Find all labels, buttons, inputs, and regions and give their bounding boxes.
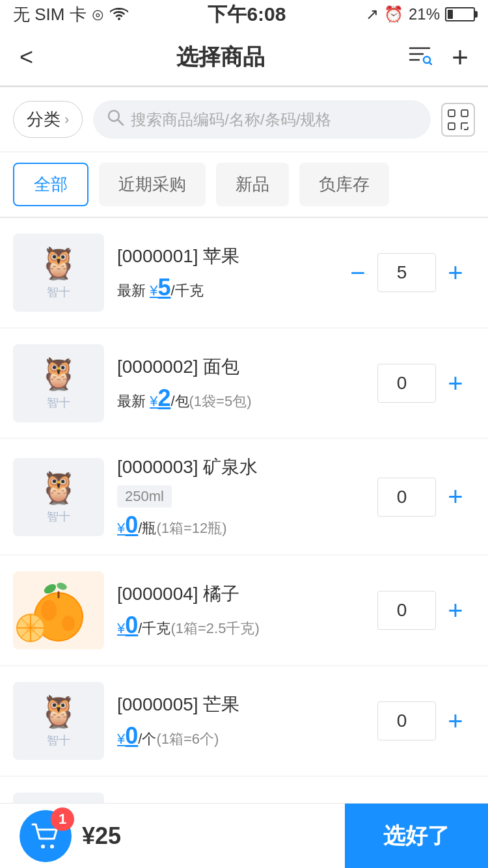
product-image-0000004 xyxy=(13,571,104,649)
svg-line-6 xyxy=(118,120,123,125)
increase-button-0000001[interactable]: + xyxy=(436,253,475,292)
search-placeholder: 搜索商品编码/名称/条码/规格 xyxy=(131,109,331,130)
svg-rect-8 xyxy=(461,110,468,116)
product-price: 最新 ¥2/包(1袋=5包) xyxy=(117,385,364,412)
svg-point-27 xyxy=(25,623,36,633)
product-image-0000002: 🦉 智十 xyxy=(13,344,104,422)
product-name: [0000003] 矿泉水 xyxy=(117,455,364,480)
product-price: 最新 ¥5/千克 xyxy=(117,274,325,301)
product-price: ¥0/个(1箱=6个) xyxy=(117,722,364,750)
increase-button-0000003[interactable]: + xyxy=(436,478,475,517)
owl-icon: 🦉 xyxy=(39,356,78,392)
list-item: 🦉 智十 [0000002] 面包 最新 ¥2/包(1袋=5包) + xyxy=(0,329,488,438)
confirm-button[interactable]: 选好了 xyxy=(345,804,488,869)
wifi-icon xyxy=(110,5,128,25)
alarm-icon: ⏰ xyxy=(384,5,403,23)
back-button[interactable]: < xyxy=(20,44,33,71)
header: < 选择商品 + xyxy=(0,29,488,86)
product-controls-0000001: − + xyxy=(338,253,475,292)
battery-percent: 21% xyxy=(409,5,440,23)
product-name: [0000002] 面包 xyxy=(117,355,364,379)
filter-icon[interactable] xyxy=(407,43,432,71)
filter-bar: 分类 › 搜索商品编码/名称/条码/规格 xyxy=(0,87,488,152)
tab-recent[interactable]: 近期采购 xyxy=(99,163,206,206)
svg-rect-7 xyxy=(448,110,455,116)
product-info-0000001: [0000001] 苹果 最新 ¥5/千克 xyxy=(117,244,325,301)
add-icon[interactable]: + xyxy=(452,43,468,72)
scan-button[interactable] xyxy=(441,103,475,137)
product-controls-0000005: + xyxy=(377,701,475,740)
quantity-input-0000003[interactable] xyxy=(377,478,436,517)
search-icon xyxy=(106,108,124,131)
product-image-0000001: 🦉 智十 xyxy=(13,234,104,312)
product-info-0000004: [0000004] 橘子 ¥0/千克(1箱=2.5千克) xyxy=(117,582,364,639)
svg-point-19 xyxy=(56,582,68,591)
product-controls-0000002: + xyxy=(377,364,475,403)
category-label: 分类 xyxy=(27,108,61,131)
quantity-input-0000004[interactable] xyxy=(377,591,436,630)
owl-icon: 🦉 xyxy=(39,694,78,730)
tabs-bar: 全部 近期采购 新品 负库存 xyxy=(0,152,488,218)
svg-point-29 xyxy=(50,845,54,848)
svg-point-28 xyxy=(41,845,45,848)
quantity-input-0000001[interactable] xyxy=(377,253,436,292)
orange-illustration xyxy=(16,575,101,646)
product-info-0000003: [0000003] 矿泉水 250ml ¥0/瓶(1箱=12瓶) xyxy=(117,455,364,539)
product-info-0000002: [0000002] 面包 最新 ¥2/包(1袋=5包) xyxy=(117,355,364,412)
product-list: 🦉 智十 [0000001] 苹果 最新 ¥5/千克 − + 🦉 智十 [000… xyxy=(0,218,488,868)
tab-new[interactable]: 新品 xyxy=(216,163,289,206)
cart-icon-wrap[interactable]: 1 xyxy=(20,810,72,862)
product-image-0000005: 🦉 智十 xyxy=(13,682,104,760)
battery-icon xyxy=(445,7,475,21)
product-spec: 250ml xyxy=(117,485,172,508)
increase-button-0000005[interactable]: + xyxy=(436,701,475,740)
bottom-bar: 1 ¥25 选好了 xyxy=(0,803,488,868)
product-name: [0000005] 芒果 xyxy=(117,692,364,717)
category-button[interactable]: 分类 › xyxy=(13,101,83,138)
increase-button-0000004[interactable]: + xyxy=(436,591,475,630)
header-icons: + xyxy=(407,43,468,72)
svg-line-4 xyxy=(429,62,432,65)
quantity-input-0000005[interactable] xyxy=(377,701,436,740)
product-price: ¥0/瓶(1箱=12瓶) xyxy=(117,511,364,539)
owl-icon: 🦉 xyxy=(39,245,78,282)
product-name: [0000001] 苹果 xyxy=(117,244,325,269)
status-bar: 无 SIM 卡 ⊙ 下午6:08 ↗ ⏰ 21% xyxy=(0,0,488,29)
cart-total: ¥25 xyxy=(82,822,121,850)
product-image-0000003: 🦉 智十 xyxy=(13,458,104,536)
sim-label: 无 SIM 卡 ⊙ xyxy=(13,3,105,26)
svg-rect-9 xyxy=(448,123,455,129)
status-right: ↗ ⏰ 21% xyxy=(366,5,475,23)
chevron-right-icon: › xyxy=(64,111,69,128)
tab-all[interactable]: 全部 xyxy=(13,163,88,206)
product-controls-0000004: + xyxy=(377,591,475,630)
product-price: ¥0/千克(1箱=2.5千克) xyxy=(117,612,364,639)
list-item: 🦉 智十 [0000001] 苹果 最新 ¥5/千克 − + xyxy=(0,218,488,327)
search-box: 搜索商品编码/名称/条码/规格 xyxy=(93,100,431,139)
list-item: [0000004] 橘子 ¥0/千克(1箱=2.5千克) + xyxy=(0,556,488,665)
tab-negative[interactable]: 负库存 xyxy=(299,163,389,206)
increase-button-0000002[interactable]: + xyxy=(436,364,475,403)
quantity-input-0000002[interactable] xyxy=(377,364,436,403)
status-time: 下午6:08 xyxy=(208,1,286,28)
svg-point-17 xyxy=(62,616,75,631)
owl-icon: 🦉 xyxy=(39,470,78,506)
location-icon: ↗ xyxy=(366,5,379,23)
svg-point-16 xyxy=(41,600,57,621)
status-left: 无 SIM 卡 ⊙ xyxy=(13,3,128,26)
cart-badge: 1 xyxy=(51,807,74,831)
cart-section: 1 ¥25 xyxy=(0,810,345,862)
list-item: 🦉 智十 [0000003] 矿泉水 250ml ¥0/瓶(1箱=12瓶) + xyxy=(0,439,488,554)
product-controls-0000003: + xyxy=(377,478,475,517)
product-info-0000005: [0000005] 芒果 ¥0/个(1箱=6个) xyxy=(117,692,364,750)
list-item: 🦉 智十 [0000005] 芒果 ¥0/个(1箱=6个) + xyxy=(0,666,488,776)
decrease-button-0000001[interactable]: − xyxy=(338,253,377,292)
page-title: 选择商品 xyxy=(176,42,265,72)
product-name: [0000004] 橘子 xyxy=(117,582,364,606)
